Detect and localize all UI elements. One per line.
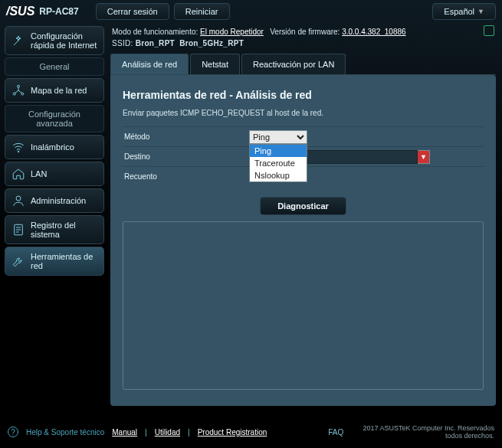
tab-wol[interactable]: Reactivación por LAN [241, 54, 346, 74]
language-dropdown[interactable]: Español▼ [432, 3, 496, 20]
firmware-version-link[interactable]: 3.0.0.4.382_10886 [342, 28, 405, 36]
network-map-icon [11, 83, 25, 97]
sidebar-item-lan[interactable]: LAN [5, 162, 104, 186]
ssid-24g-value: Bron_RPT [136, 39, 175, 47]
wifi-icon [11, 140, 25, 154]
method-option-nslookup[interactable]: Nslookup [250, 169, 307, 181]
target-dropdown-icon[interactable]: ▼ [418, 150, 430, 164]
sidebar-heading-advanced: Configuración avanzada [5, 105, 104, 132]
tab-bar: Análisis de red Netstat Reactivación por… [110, 54, 496, 75]
sidebar-item-quick-setup[interactable]: Configuración rápida de Internet [5, 26, 104, 55]
diagnose-button[interactable]: Diagnosticar [260, 197, 346, 215]
row-method: Método Ping Ping Traceroute Nslookup [123, 126, 484, 146]
ssid-5g-value: Bron_5GHz_RPT [179, 39, 244, 47]
manual-link[interactable]: Manual [112, 428, 137, 437]
sidebar-item-network-tools[interactable]: Herramientas de red [5, 247, 104, 276]
tab-network-analysis[interactable]: Análisis de red [110, 54, 189, 74]
panel-description: Enviar paquetes ICMP ECHO_REQUEST al hos… [123, 109, 484, 117]
copyright-text: 2017 ASUSTeK Computer Inc. Reservados to… [351, 424, 494, 440]
model-label: RP-AC87 [39, 6, 78, 17]
brand-logo: /SUS [6, 5, 34, 18]
main-content: Modo de funcionamiento: El modo Repetido… [107, 23, 502, 421]
user-icon [11, 194, 25, 208]
tools-icon [11, 254, 25, 268]
method-option-traceroute[interactable]: Traceroute [250, 157, 307, 169]
firmware-label: Versión de firmware: [270, 28, 340, 36]
status-bar: Modo de funcionamiento: El modo Repetido… [110, 23, 496, 54]
sidebar-item-wireless[interactable]: Inalámbrico [5, 135, 104, 159]
ssid-label: SSID: [112, 39, 133, 47]
method-dropdown-list: Ping Traceroute Nslookup [249, 144, 307, 182]
sidebar-item-label: Mapa de la red [31, 86, 87, 95]
document-icon [11, 223, 25, 237]
sidebar-item-label: Herramientas de red [31, 252, 99, 270]
sidebar-item-label: LAN [31, 169, 47, 178]
language-label: Español [444, 7, 474, 16]
top-bar: /SUS RP-AC87 Cerrar sesión Reiniciar Esp… [0, 0, 502, 23]
method-option-ping[interactable]: Ping [250, 145, 307, 157]
reboot-button[interactable]: Reiniciar [174, 3, 230, 20]
sidebar-item-network-map[interactable]: Mapa de la red [5, 78, 104, 103]
svg-point-0 [18, 85, 20, 87]
chevron-down-icon: ▼ [477, 8, 484, 15]
svg-point-3 [18, 151, 19, 152]
sidebar-item-label: Administración [31, 196, 86, 205]
home-icon [11, 167, 25, 181]
sidebar-item-syslog[interactable]: Registro del sistema [5, 215, 104, 244]
help-support-label: Help & Soporte técnico [26, 428, 104, 437]
footer: ? Help & Soporte técnico Manual | Utilid… [0, 421, 502, 443]
sidebar-item-admin[interactable]: Administración [5, 188, 104, 213]
operation-mode-link[interactable]: El modo Repetidor [200, 28, 264, 36]
tab-netstat[interactable]: Netstat [190, 54, 240, 74]
svg-point-4 [16, 196, 21, 201]
utility-link[interactable]: Utilidad [155, 428, 180, 437]
sidebar: Configuración rápida de Internet General… [0, 23, 107, 421]
method-label: Método [123, 132, 249, 141]
sidebar-heading-general: General [5, 57, 104, 76]
faq-link[interactable]: FAQ [328, 428, 343, 437]
magic-wand-icon [11, 34, 25, 47]
product-registration-link[interactable]: Product Registration [198, 428, 267, 437]
content-panel: Herramientas de red - Análisis de red En… [110, 75, 496, 406]
count-label: Recuento [123, 172, 249, 181]
logout-button[interactable]: Cerrar sesión [96, 3, 169, 20]
panel-title: Herramientas de red - Análisis de red [123, 89, 484, 101]
mode-label: Modo de funcionamiento: [112, 28, 198, 36]
sidebar-item-label: Registro del sistema [31, 221, 99, 239]
help-icon[interactable]: ? [8, 427, 18, 437]
copy-icon[interactable] [484, 25, 494, 36]
output-textarea[interactable] [123, 221, 484, 390]
target-label: Destino [123, 152, 249, 161]
sidebar-item-label: Configuración rápida de Internet [31, 31, 99, 50]
method-select[interactable]: Ping [249, 130, 307, 144]
sidebar-item-label: Inalámbrico [31, 142, 74, 152]
